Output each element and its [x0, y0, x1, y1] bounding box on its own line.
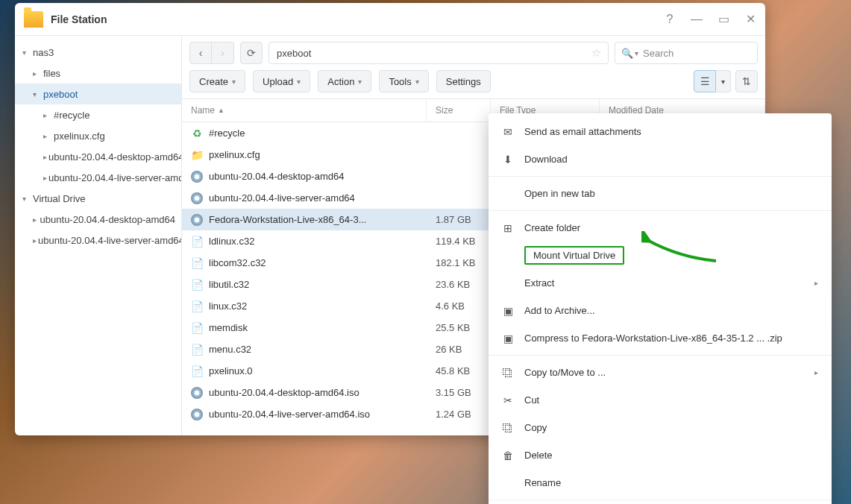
- maximize-button[interactable]: ▭: [717, 13, 729, 25]
- tree-label: pxelinux.cfg: [54, 130, 105, 142]
- sidebar-item[interactable]: ▸files: [15, 63, 181, 84]
- sidebar-item[interactable]: ▸ubuntu-20.04.4-desktop-amd64: [15, 146, 181, 167]
- sidebar-item[interactable]: ▸pxelinux.cfg: [15, 125, 181, 146]
- file-name-cell: 📄pxelinux.0: [182, 365, 427, 377]
- menu-item[interactable]: ⿻Copy to/Move to ...▸: [489, 359, 832, 386]
- file-name-cell: ●ubuntu-20.04.4-desktop-amd64.iso: [182, 387, 427, 399]
- col-header-size[interactable]: Size: [427, 99, 491, 122]
- tree-caret-icon: ▾: [22, 48, 31, 57]
- menu-item[interactable]: ✉Send as email attachments: [489, 118, 832, 145]
- file-name-cell: 📄libutil.c32: [182, 279, 427, 291]
- menu-item-label: Mount Virtual Drive: [524, 246, 624, 265]
- help-button[interactable]: ?: [664, 13, 676, 25]
- close-button[interactable]: ✕: [744, 13, 756, 25]
- menu-item-label: Extract: [524, 277, 554, 289]
- file-size-cell: 182.1 KB: [427, 257, 491, 268]
- app-title: File Station: [51, 13, 107, 25]
- create-button[interactable]: Create▾: [189, 70, 245, 92]
- menu-separator: [489, 500, 832, 500]
- sidebar-item[interactable]: ▸ubuntu-20.04.4-desktop-amd64: [15, 209, 181, 230]
- tree-caret-icon: ▸: [33, 236, 37, 245]
- tree-label: files: [43, 68, 60, 79]
- file-size-cell: 25.5 KB: [427, 322, 491, 333]
- menu-separator: [489, 355, 832, 356]
- menu-item[interactable]: ▣Add to Archive...: [489, 297, 832, 324]
- tree-caret-icon: ▸: [43, 153, 47, 161]
- menu-item[interactable]: ▣Compress to Fedora-Workstation-Live-x86…: [489, 324, 832, 352]
- file-name-cell: ●ubuntu-20.04.4-desktop-amd64: [182, 171, 427, 183]
- sidebar-item[interactable]: ▸ubuntu-20.04.4-live-server-amd64: [15, 167, 181, 188]
- file-size-cell: 45.8 KB: [427, 365, 491, 377]
- context-menu: ✉Send as email attachments⬇DownloadOpen …: [489, 113, 832, 504]
- menu-item-icon: 🗑: [502, 450, 514, 462]
- path-field[interactable]: pxeboot: [269, 42, 609, 64]
- upload-button[interactable]: Upload▾: [253, 70, 310, 92]
- menu-item-icon: ⿻: [502, 422, 514, 434]
- file-name-cell: 📁pxelinux.cfg: [182, 149, 427, 161]
- menu-item-icon: ✂: [502, 394, 514, 406]
- file-name-cell: 📄libcom32.c32: [182, 257, 427, 269]
- favorite-star-icon[interactable]: ☆: [591, 46, 601, 60]
- menu-item-icon: ⊞: [502, 222, 514, 234]
- menu-item-icon: ▣: [502, 305, 514, 317]
- sidebar-item[interactable]: ▸ubuntu-20.04.4-live-server-amd64: [15, 230, 181, 251]
- search-icon: 🔍: [621, 48, 633, 59]
- view-dropdown-button[interactable]: ▾: [716, 70, 731, 92]
- tree-label: nas3: [33, 47, 54, 58]
- nav-back-button[interactable]: ‹: [189, 42, 212, 64]
- tree-caret-icon: ▸: [43, 132, 52, 140]
- tree-label: ubuntu-20.04.4-live-server-amd64: [48, 172, 181, 183]
- sidebar-item[interactable]: ▾pxeboot: [15, 84, 181, 104]
- menu-item-label: Delete: [524, 450, 553, 461]
- menu-item-label: Download: [524, 154, 568, 165]
- submenu-arrow-icon: ▸: [814, 279, 818, 287]
- action-button[interactable]: Action▾: [318, 70, 371, 92]
- sidebar-item[interactable]: ▸#recycle: [15, 104, 181, 125]
- menu-item-label: Copy to/Move to ...: [524, 367, 606, 378]
- menu-item[interactable]: Open in new tab: [489, 180, 832, 207]
- menu-item[interactable]: ⬇Download: [489, 145, 832, 173]
- menu-item[interactable]: Rename: [489, 469, 832, 497]
- menu-item[interactable]: ✂Cut: [489, 386, 832, 414]
- view-list-button[interactable]: ☰: [694, 70, 716, 92]
- nav-refresh-button[interactable]: ⟳: [240, 42, 263, 64]
- app-icon: [24, 11, 43, 28]
- file-name-cell: ●Fedora-Workstation-Live-x86_64-3...: [182, 214, 427, 226]
- sidebar-item[interactable]: ▾nas3: [15, 42, 181, 63]
- menu-separator: [489, 210, 832, 211]
- sort-asc-icon: ▲: [218, 107, 224, 114]
- tree-caret-icon: ▸: [33, 69, 42, 78]
- file-size-cell: 26 KB: [427, 344, 491, 355]
- file-name-cell: ♻#recycle: [182, 127, 427, 139]
- search-dropdown-icon[interactable]: ▾: [635, 49, 638, 57]
- menu-item[interactable]: ⿻Copy: [489, 414, 832, 441]
- file-name-cell: 📄ldlinux.c32: [182, 236, 427, 248]
- menu-item-label: Compress to Fedora-Workstation-Live-x86_…: [524, 333, 782, 344]
- tree-label: ubuntu-20.04.4-live-server-amd64: [38, 235, 181, 246]
- tree-label: ubuntu-20.04.4-desktop-amd64: [40, 214, 175, 225]
- tree-label: ubuntu-20.04.4-desktop-amd64: [48, 151, 181, 163]
- menu-item-icon: ▣: [502, 333, 514, 344]
- menu-item[interactable]: Extract▸: [489, 269, 832, 297]
- menu-item-label: Add to Archive...: [524, 305, 595, 316]
- path-field-wrap: pxeboot ☆: [269, 42, 609, 64]
- menu-item-label: Copy: [524, 422, 547, 433]
- tree-caret-icon: ▾: [22, 195, 31, 203]
- menu-separator: [489, 176, 832, 177]
- col-header-name[interactable]: Name▲: [182, 99, 427, 122]
- tree-label: Virtual Drive: [33, 193, 86, 204]
- minimize-button[interactable]: —: [691, 13, 703, 25]
- menu-item-label: Rename: [524, 477, 561, 488]
- menu-item[interactable]: 🗑Delete: [489, 441, 832, 469]
- nav-forward-button[interactable]: ›: [212, 42, 234, 64]
- menu-item-icon: ⿻: [502, 367, 514, 379]
- menu-item-icon: ✉: [502, 126, 514, 138]
- menu-item-label: Create folder: [524, 222, 580, 233]
- search-input[interactable]: 🔍 ▾ Search: [615, 42, 758, 64]
- settings-button[interactable]: Settings: [436, 70, 491, 92]
- annotation-arrow: [641, 231, 723, 268]
- tools-button[interactable]: Tools▾: [379, 70, 428, 92]
- sort-button[interactable]: ⇅: [735, 70, 758, 92]
- sidebar-item[interactable]: ▾Virtual Drive: [15, 188, 181, 209]
- action-toolbar: Create▾ Upload▾ Action▾ Tools▾ Settings …: [182, 70, 765, 98]
